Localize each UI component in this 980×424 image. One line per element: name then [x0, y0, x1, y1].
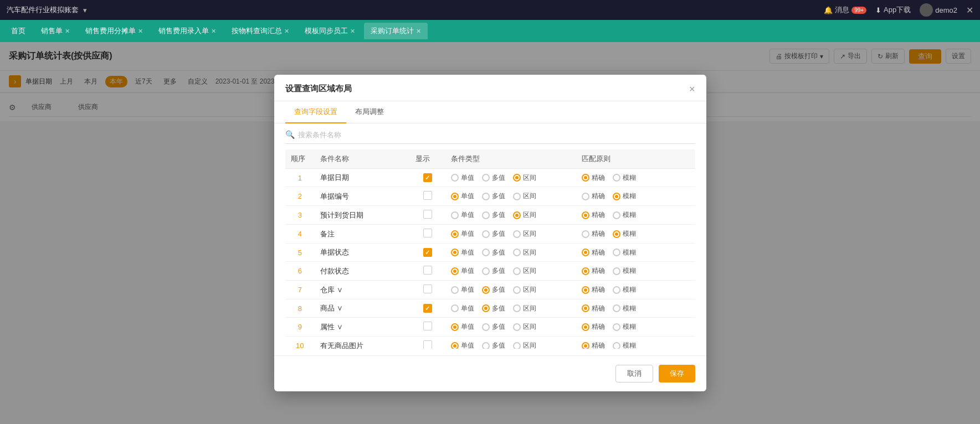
type-radio-item[interactable]: 多值 [482, 210, 505, 220]
type-radio-item[interactable]: 区间 [513, 173, 536, 183]
match-radio-item[interactable]: 精确 [582, 173, 605, 183]
dialog-close-button[interactable]: × [689, 84, 695, 94]
type-radio-item[interactable]: 多值 [482, 285, 505, 294]
conditions-table-scroll[interactable]: 顺序 条件名称 显示 条件类型 匹配原则 1单据日期单值多值区间精确模糊2单据编… [285, 149, 695, 349]
match-radio-item[interactable]: 精确 [582, 304, 605, 313]
match-radio-item[interactable]: 精确 [582, 229, 605, 239]
condition-search-input[interactable] [298, 131, 695, 139]
type-radio-item[interactable]: 区间 [513, 192, 536, 201]
type-radio-item[interactable]: 多值 [482, 192, 505, 201]
match-radio-item[interactable]: 模糊 [613, 266, 636, 276]
type-radio-item[interactable]: 多值 [482, 229, 505, 239]
nav-tab-sales-entry-close[interactable]: ✕ [211, 28, 216, 35]
type-radio-item[interactable]: 多值 [482, 248, 505, 257]
display-checkbox[interactable] [423, 266, 432, 275]
row-match-cell: 精确模糊 [576, 225, 695, 244]
match-radio-item[interactable]: 模糊 [613, 229, 636, 239]
type-radio-item[interactable]: 单值 [451, 248, 474, 257]
type-radio-item[interactable]: 单值 [451, 341, 474, 349]
display-checkbox[interactable] [423, 210, 432, 219]
type-radio-item[interactable]: 区间 [513, 341, 536, 349]
type-radio-item[interactable]: 区间 [513, 266, 536, 276]
type-radio-item[interactable]: 多值 [482, 341, 505, 349]
radio-circle-icon [482, 342, 490, 349]
row-match-cell: 精确模糊 [576, 206, 695, 225]
match-radio-item[interactable]: 模糊 [613, 341, 636, 349]
match-radio-item[interactable]: 精确 [582, 285, 605, 294]
display-checkbox[interactable] [423, 340, 432, 349]
nav-tab-sales-entry[interactable]: 销售费用录入单 ✕ [152, 23, 223, 39]
type-radio-item[interactable]: 区间 [513, 304, 536, 313]
radio-label-text: 多值 [492, 210, 505, 220]
dropdown-arrow-icon[interactable]: ▾ [83, 6, 87, 14]
display-checkbox[interactable] [423, 285, 432, 293]
type-radio-item[interactable]: 单值 [451, 266, 474, 276]
type-radio-item[interactable]: 区间 [513, 285, 536, 294]
nav-tab-sales-close[interactable]: ✕ [65, 28, 70, 35]
match-radio-item[interactable]: 模糊 [613, 322, 636, 332]
nav-tab-material-query[interactable]: 按物料查询汇总 ✕ [225, 23, 296, 39]
match-radio-item[interactable]: 模糊 [613, 285, 636, 294]
row-match-cell: 精确模糊 [576, 187, 695, 206]
type-radio-item[interactable]: 单值 [451, 322, 474, 332]
type-radio-item[interactable]: 单值 [451, 173, 474, 183]
display-checkbox[interactable] [423, 322, 432, 330]
display-checkbox[interactable] [423, 229, 432, 237]
row-type-cell: 单值多值区间 [445, 169, 576, 187]
match-radio-item[interactable]: 精确 [582, 266, 605, 276]
match-radio-item[interactable]: 模糊 [613, 210, 636, 220]
type-radio-item[interactable]: 多值 [482, 266, 505, 276]
match-radio-item[interactable]: 精确 [582, 192, 605, 201]
match-radio-item[interactable]: 精确 [582, 210, 605, 220]
nav-tab-template-sync[interactable]: 模板同步员工 ✕ [298, 23, 362, 39]
radio-circle-icon [613, 211, 620, 219]
row-order: 3 [285, 206, 315, 225]
radio-circle-icon [513, 211, 521, 219]
display-checkbox[interactable] [423, 191, 432, 200]
display-checkbox[interactable] [423, 173, 432, 182]
display-checkbox[interactable] [423, 248, 432, 257]
type-radio-item[interactable]: 区间 [513, 322, 536, 332]
app-download-button[interactable]: ⬇ App下载 [875, 5, 911, 15]
notification-label: 消息 [835, 5, 849, 15]
nav-tab-home[interactable]: 首页 [4, 23, 32, 39]
match-radio-item[interactable]: 模糊 [613, 248, 636, 257]
type-radio-item[interactable]: 单值 [451, 285, 474, 294]
match-radio-item[interactable]: 精确 [582, 322, 605, 332]
dialog-tab-layout[interactable]: 布局调整 [346, 101, 393, 123]
type-radio-item[interactable]: 区间 [513, 248, 536, 257]
dialog-tab-query-fields[interactable]: 查询字段设置 [285, 101, 346, 123]
display-checkbox[interactable] [423, 304, 432, 313]
type-radio-item[interactable]: 区间 [513, 229, 536, 239]
type-radio-item[interactable]: 多值 [482, 322, 505, 332]
type-radio-item[interactable]: 区间 [513, 210, 536, 220]
nav-tab-material-close[interactable]: ✕ [284, 28, 289, 35]
radio-circle-icon [451, 174, 459, 182]
nav-tab-purchase-stats-close[interactable]: ✕ [416, 28, 421, 35]
type-radio-item[interactable]: 多值 [482, 173, 505, 183]
match-radio-item[interactable]: 精确 [582, 248, 605, 257]
save-button[interactable]: 保存 [659, 365, 695, 382]
modal-overlay[interactable]: 设置查询区域布局 × 查询字段设置 布局调整 🔍 [0, 42, 980, 424]
user-avatar[interactable]: demo2 [920, 3, 957, 17]
nav-tab-sales-expense[interactable]: 销售费用分摊单 ✕ [79, 23, 150, 39]
cancel-button[interactable]: 取消 [615, 365, 653, 382]
nav-tab-sales[interactable]: 销售单 ✕ [34, 23, 76, 39]
match-radio-group: 精确模糊 [582, 229, 690, 239]
type-radio-item[interactable]: 单值 [451, 210, 474, 220]
match-radio-item[interactable]: 精确 [582, 341, 605, 349]
type-radio-item[interactable]: 多值 [482, 304, 505, 313]
match-radio-item[interactable]: 模糊 [613, 173, 636, 183]
notification-button[interactable]: 🔔 消息 99+ [824, 5, 866, 15]
nav-tab-template-sync-close[interactable]: ✕ [350, 28, 355, 35]
match-radio-item[interactable]: 模糊 [613, 192, 636, 201]
nav-tab-sales-expense-close[interactable]: ✕ [138, 28, 143, 35]
type-radio-item[interactable]: 单值 [451, 192, 474, 201]
match-radio-item[interactable]: 模糊 [613, 304, 636, 313]
radio-label-text: 区间 [523, 304, 536, 313]
nav-tab-purchase-stats[interactable]: 采购订单统计 ✕ [364, 23, 428, 39]
top-close-button[interactable]: ✕ [966, 5, 973, 15]
type-radio-item[interactable]: 单值 [451, 304, 474, 313]
type-radio-group: 单值多值区间 [451, 229, 571, 239]
type-radio-item[interactable]: 单值 [451, 229, 474, 239]
